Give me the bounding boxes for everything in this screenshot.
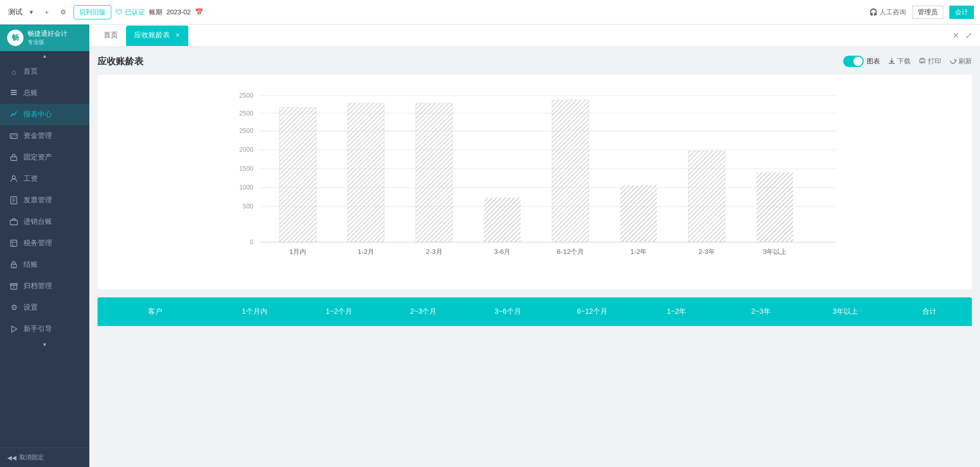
chevron-down-icon: ▼ (42, 342, 47, 347)
chart-toggle[interactable] (843, 56, 864, 67)
svg-text:2500: 2500 (239, 92, 254, 99)
sidebar-item-settings[interactable]: ⚙ 设置 (0, 297, 89, 318)
col-6-12m: 6~12个月 (550, 307, 634, 316)
sidebar-pin-toggle[interactable]: ◀◀ 取消固定 (0, 448, 89, 467)
dropdown-icon: ▾ (30, 8, 33, 16)
page-header: 应收账龄表 图表 下载 (97, 55, 972, 67)
svg-text:2-3月: 2-3月 (426, 248, 442, 255)
col-total: 合计 (888, 307, 972, 316)
sidebar-item-label: 结账 (23, 260, 38, 269)
scroll-up-btn[interactable]: ▲ (0, 51, 89, 61)
tab-home[interactable]: 首页 (95, 26, 126, 46)
switch-version-button[interactable]: 切到旧版 (74, 5, 111, 19)
sidebar-item-label: 设置 (23, 303, 38, 312)
workspace-dropdown[interactable]: ▾ (27, 6, 36, 18)
page-content: 应收账龄表 图表 下载 (89, 47, 980, 467)
sidebar-item-label: 固定资产 (23, 153, 52, 162)
bar-7 (689, 151, 725, 242)
svg-rect-27 (921, 61, 924, 62)
refresh-label: 刷新 (959, 57, 972, 66)
sidebar-item-label: 报表中心 (23, 110, 52, 119)
refresh-button[interactable]: 刷新 (949, 57, 972, 66)
svg-text:1500: 1500 (239, 165, 254, 172)
chart-toggle-group: 图表 (843, 56, 880, 67)
sidebar-item-label: 资金管理 (23, 131, 52, 141)
manager-tab[interactable]: 管理员 (912, 6, 943, 19)
svg-text:2-3年: 2-3年 (698, 248, 715, 255)
bar-1 (279, 107, 316, 242)
download-button[interactable]: 下载 (888, 57, 911, 66)
col-3-6m: 3~6个月 (465, 307, 550, 316)
sidebar: 畅 畅捷通好会计 专业版 ▲ ⌂ 首页 总账 (0, 25, 89, 467)
sidebar-item-ledger[interactable]: 总账 (0, 82, 89, 104)
header-left: 测试 ▾ ＋ ⚙ 切到旧版 🛡 已认证 账期 2023-02 📅 (6, 5, 865, 19)
col-1-2y: 1~2年 (634, 307, 719, 316)
sidebar-item-payroll[interactable]: 工资 (0, 168, 89, 190)
headset-icon: 🎧 (869, 8, 877, 16)
svg-text:500: 500 (243, 203, 254, 210)
svg-text:3-6月: 3-6月 (494, 248, 510, 255)
col-1-2m: 1~2个月 (297, 307, 381, 316)
tab-close-button[interactable]: ✕ (950, 29, 961, 42)
role-tab[interactable]: 会计 (949, 6, 974, 19)
sidebar-item-closing[interactable]: 结账 (0, 254, 89, 275)
add-button[interactable]: ＋ (40, 6, 53, 19)
sidebar-item-inventory[interactable]: 进销台账 (0, 211, 89, 232)
sidebar-item-label: 归档管理 (23, 282, 52, 291)
col-2-3m: 2~3个月 (381, 307, 465, 316)
settings-icon-btn[interactable]: ⚙ (57, 6, 69, 18)
sidebar-logo: 畅 畅捷通好会计 专业版 (0, 25, 89, 51)
scroll-down-btn[interactable]: ▼ (0, 340, 89, 349)
home-icon: ⌂ (9, 67, 18, 76)
sidebar-item-label: 进销台账 (23, 217, 52, 226)
bar-8 (756, 173, 793, 243)
bar-3 (416, 103, 453, 242)
sidebar-item-label: 工资 (23, 174, 38, 183)
settings-icon: ⚙ (9, 303, 18, 312)
table-header: 客户 1个月内 1~2个月 2~3个月 3~6个月 6~12个月 1~2年 2~… (97, 297, 972, 326)
sidebar-item-label: 税务管理 (23, 239, 52, 248)
print-icon (919, 57, 926, 66)
support-label: 人工咨询 (879, 8, 906, 17)
add-icon: ＋ (43, 8, 50, 17)
svg-point-10 (12, 176, 15, 179)
tab-expand-button[interactable]: ⤢ (963, 29, 974, 42)
svg-rect-26 (920, 59, 925, 63)
content-area: 首页 应收账龄表 ✕ ✕ ⤢ 应收账龄表 图表 (89, 25, 980, 467)
svg-text:1-2年: 1-2年 (630, 248, 647, 255)
sidebar-item-assets[interactable]: 固定资产 (0, 147, 89, 168)
inventory-icon (9, 217, 18, 226)
download-label: 下载 (897, 57, 911, 66)
sidebar-item-label: 首页 (23, 67, 38, 76)
sidebar-item-home[interactable]: ⌂ 首页 (0, 61, 89, 82)
sidebar-item-invoice[interactable]: 发票管理 (0, 190, 89, 211)
support-button[interactable]: 🎧 人工咨询 (869, 8, 906, 17)
col-2-3y: 2~3年 (719, 307, 803, 316)
calendar-icon: 📅 (195, 8, 203, 16)
closing-icon (9, 260, 18, 269)
app-header: 测试 ▾ ＋ ⚙ 切到旧版 🛡 已认证 账期 2023-02 📅 🎧 人工咨询 … (0, 0, 980, 25)
tab-aging[interactable]: 应收账龄表 ✕ (126, 26, 188, 46)
print-button[interactable]: 打印 (919, 57, 941, 66)
svg-text:2000: 2000 (239, 146, 254, 153)
sidebar-item-archive[interactable]: 归档管理 (0, 275, 89, 297)
sidebar-item-reports[interactable]: 报表中心 (0, 104, 89, 125)
ledger-icon (9, 88, 18, 98)
svg-rect-1 (11, 92, 17, 93)
bar-chart: 2500 2500 2500 2000 1500 1000 500 0 (103, 85, 962, 279)
sidebar-item-tax[interactable]: 税务管理 (0, 232, 89, 254)
sidebar-item-funds[interactable]: 资金管理 (0, 125, 89, 147)
sidebar-item-guide[interactable]: 新手引导 (0, 318, 89, 340)
tab-close-icon[interactable]: ✕ (175, 32, 180, 39)
refresh-icon (949, 57, 957, 66)
gear-icon: ⚙ (60, 8, 66, 16)
svg-rect-28 (921, 62, 923, 63)
logo-text-block: 畅捷通好会计 专业版 (28, 30, 67, 46)
sidebar-scroll-area[interactable]: ▲ ⌂ 首页 总账 报表中心 资 (0, 51, 89, 448)
svg-point-5 (16, 111, 17, 112)
reports-icon (9, 110, 18, 119)
download-icon (888, 57, 895, 66)
verified-text: 已认证 (125, 8, 145, 17)
svg-text:2500: 2500 (239, 127, 254, 134)
period-label: 账期 (149, 8, 162, 17)
